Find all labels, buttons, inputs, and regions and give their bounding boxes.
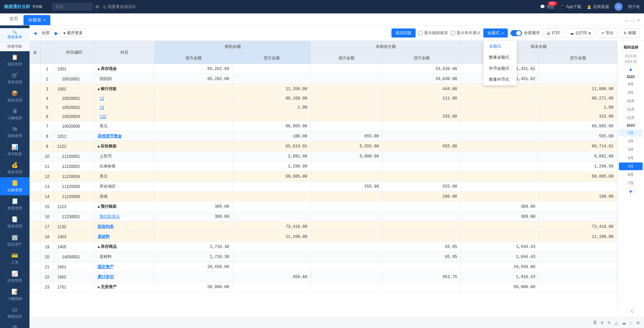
period-month-2[interactable]: 2月: [619, 137, 643, 145]
row-subject[interactable]: 12: [94, 94, 155, 103]
row-subject[interactable]: 其他货币资金: [94, 131, 155, 141]
period-month-6[interactable]: 6月: [619, 171, 643, 179]
tab-balance-sheet[interactable]: 余额表 ×: [23, 15, 50, 25]
sidebar-item-capital[interactable]: 💰 资金管理: [0, 159, 30, 177]
ecommerce-icon: 🖥: [12, 108, 17, 114]
row-subject[interactable]: 固定资产: [94, 262, 155, 272]
restore-icon[interactable]: —: [624, 18, 629, 23]
basic-icon: 🗂: [12, 307, 17, 313]
row-subject[interactable]: 23: [94, 103, 155, 112]
tab-home[interactable]: 首页: [4, 13, 23, 25]
expand-more-btn[interactable]: ▾ 展开更多: [60, 29, 87, 37]
sidebar-item-ledger[interactable]: 📒 总账管理: [0, 177, 30, 195]
tab-close-icon[interactable]: ×: [43, 18, 46, 22]
row-subject[interactable]: 122: [94, 112, 155, 121]
period-nav-up[interactable]: ▲: [629, 66, 633, 72]
sidebar-item-salary[interactable]: 💳 工资: [0, 250, 30, 268]
row-close-credit: 60,714.01: [539, 141, 617, 151]
sidebar-item-basic[interactable]: 🗂 基础信息: [0, 304, 30, 322]
show-ytd-checkbox[interactable]: 显示本年累计: [451, 30, 481, 36]
sidebar-item-operations[interactable]: 📈 经营管理: [0, 268, 30, 286]
window-icon[interactable]: □: [630, 321, 632, 325]
period-month-7[interactable]: 7月: [619, 179, 643, 187]
row-code: 1001: [54, 64, 94, 74]
maximize-icon[interactable]: □: [632, 18, 634, 23]
message-btn[interactable]: 💬 消息 99+: [540, 4, 554, 10]
period-month-1[interactable]: 1月: [619, 129, 643, 137]
row-curr-credit: 655.00: [382, 141, 461, 151]
mode-qty-amount[interactable]: 数量金额式: [484, 52, 517, 63]
all-label: 全部: [42, 30, 50, 36]
sidebar-item-wholesale[interactable]: 📦 批发管理: [0, 87, 30, 106]
app-download-btn[interactable]: 📱 App下载: [560, 4, 581, 10]
mode-dropdown-btn[interactable]: 金额式 ∧: [483, 28, 508, 38]
expand-all-toggle[interactable]: 全部展开: [511, 30, 540, 36]
period-nav-down-btn[interactable]: ▼: [629, 189, 633, 194]
lang-icon[interactable]: 英: [593, 320, 597, 326]
row-subject[interactable]: 应收利息: [94, 222, 155, 232]
edit-icon[interactable]: ✎: [607, 321, 611, 325]
period-month-11[interactable]: 11月: [619, 106, 643, 113]
row-subject[interactable]: 累计折旧: [94, 272, 155, 282]
gear-icon[interactable]: ⚙: [95, 4, 100, 9]
close-window-icon[interactable]: ×: [637, 18, 640, 23]
mode-caret-icon: ∧: [501, 31, 504, 35]
print-btn[interactable]: 🖨 打印: [543, 28, 564, 38]
search-input[interactable]: [52, 3, 93, 10]
sidebar-item-assets[interactable]: 🏢 固定资产: [0, 232, 30, 250]
misc-icon[interactable]: ⑥: [636, 321, 640, 325]
sidebar-item-project[interactable]: 📋 项目合同: [0, 51, 30, 69]
sidebar-item-system[interactable]: ⚙ 系统管理: [0, 322, 30, 328]
back-old-version-btn[interactable]: 退回旧版: [391, 28, 416, 38]
period-month-3[interactable]: 3月: [619, 146, 643, 153]
sidebar-item-inventory[interactable]: 📊 库存核算: [0, 141, 30, 159]
mode-btn-wrap: 金额式 ∧ 金额式 数量金额式 外币金额式 数量外币式: [483, 28, 508, 38]
row-curr-credit: [382, 232, 461, 242]
sidebar-item-invoice[interactable]: 🧾 发票管理: [0, 195, 30, 213]
row-code: 1132: [54, 222, 94, 232]
sidebar-item-purchase[interactable]: 🛍 采购管理: [0, 123, 30, 141]
sidebar-search[interactable]: 🔍 搜索菜单: [0, 28, 30, 42]
toggle-on-btn[interactable]: [511, 30, 522, 36]
mode-amount[interactable]: 金额式: [484, 41, 517, 52]
row-curr-debit: [311, 172, 383, 182]
period-month-9[interactable]: 9月: [619, 89, 643, 96]
online-service-btn[interactable]: 👨‍💼 在线客服: [587, 4, 609, 10]
mode-label: 金额式: [487, 30, 499, 36]
tax-icon: 📑: [11, 216, 18, 222]
back-nav-icon[interactable]: ◀: [34, 31, 37, 36]
show-auxiliary-checkbox[interactable]: 显示辅助核算: [418, 30, 448, 36]
mode-foreign-amount[interactable]: 外币金额式: [484, 63, 517, 74]
period-collapse-btn[interactable]: 《: [619, 309, 643, 315]
period-month-4[interactable]: 4月: [619, 154, 643, 162]
purchase-icon: 🛍: [12, 126, 17, 132]
sidebar-item-tax[interactable]: 📑 税务管理: [0, 213, 30, 232]
row-subject[interactable]: 预付款美元: [94, 212, 155, 222]
row-open-credit: [233, 212, 311, 222]
sidebar-item-report[interactable]: 📝 小畅报销: [0, 286, 30, 304]
row-subject[interactable]: 原材料: [94, 232, 155, 242]
period-month-8[interactable]: 8月: [619, 80, 643, 88]
alert-icon[interactable]: △: [615, 321, 618, 325]
row-settings: [30, 94, 41, 103]
breadcrumb-all[interactable]: 全部: [38, 29, 53, 37]
period-month-12[interactable]: 12月: [619, 114, 643, 122]
sidebar-item-retail[interactable]: 🛒 零售管理: [0, 69, 30, 87]
period-month-10[interactable]: 10月: [619, 97, 643, 105]
avatar[interactable]: U: [614, 3, 623, 11]
currency-icon[interactable]: ¥: [601, 321, 603, 325]
sidebar-item-ecommerce[interactable]: 🖥 小畅电商: [0, 106, 30, 123]
demo-link[interactable]: ◎ 我要看实例演示: [103, 4, 136, 10]
row-open-debit: 65,282.60: [155, 74, 233, 84]
refresh-btn[interactable]: ↻ 刷新: [620, 28, 640, 38]
auxiliary-check[interactable]: [418, 31, 423, 35]
cloud-icon[interactable]: ☁: [622, 321, 626, 325]
period-month-5[interactable]: 5月: [619, 162, 643, 170]
row-open-credit: [233, 182, 311, 192]
mode-qty-foreign[interactable]: 数量外币式: [484, 74, 517, 85]
ytd-check[interactable]: [451, 31, 455, 35]
cloud-print-btn[interactable]: ☁ 云打印 ▾: [566, 28, 594, 38]
export-btn[interactable]: ↗ 导出: [597, 28, 617, 38]
sidebar-quick-nav[interactable]: 快捷导航: [0, 42, 30, 51]
col-settings[interactable]: ⚙: [30, 41, 41, 64]
